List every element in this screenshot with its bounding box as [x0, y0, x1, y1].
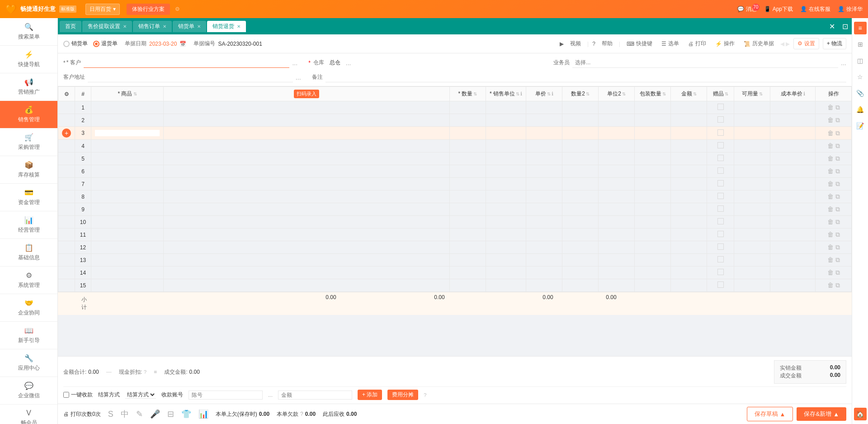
copy-row-icon[interactable]: ⧉ [835, 243, 840, 251]
gift-checkbox[interactable] [717, 180, 724, 186]
th-qty2[interactable]: 数量2 ⇅ [562, 87, 599, 101]
sidebar-item-quick[interactable]: ⚡ 快捷导航 [0, 46, 57, 73]
copy-row-icon[interactable]: ⧉ [835, 129, 840, 137]
tab-price-settings[interactable]: 售价提取设置 ✕ [82, 21, 132, 32]
gift-checkbox[interactable] [717, 193, 724, 199]
copy-row-icon[interactable]: ⧉ [835, 256, 840, 264]
delete-row-icon[interactable]: 🗑 [827, 116, 834, 124]
history-btn[interactable]: 📜 历史单据 [741, 39, 777, 48]
row-gift-cell[interactable] [707, 241, 734, 254]
tab-sales-close[interactable]: ✕ [197, 24, 201, 29]
right-panel-home[interactable]: 🏠 [854, 408, 867, 420]
sidebar-item-finance[interactable]: 💳 资金管理 [0, 184, 57, 211]
maximize-tab[interactable]: ⊡ [840, 20, 850, 33]
staff-dots[interactable]: ... [841, 59, 846, 67]
user-button[interactable]: 👤 徐泽华 [838, 5, 863, 13]
help-btn[interactable]: 帮助 [599, 39, 615, 48]
one-click-checkbox-input[interactable] [63, 392, 69, 398]
address-input[interactable] [88, 72, 293, 82]
right-panel-notification[interactable]: 🔔 [854, 103, 867, 116]
save-draft-button[interactable]: 保存草稿 ▲ [747, 407, 793, 421]
th-cost[interactable]: 成本单价 ℹ [770, 87, 816, 101]
sidebar-item-guide[interactable]: 📖 新手引导 [0, 322, 57, 349]
th-price[interactable]: 单价 ⇅ ℹ [526, 87, 562, 101]
copy-row-icon[interactable]: ⧉ [835, 281, 840, 289]
amount-input[interactable] [278, 391, 352, 400]
th-unit2[interactable]: 单位2 ⇅ [599, 87, 635, 101]
tool-icon-7[interactable]: 📊 [198, 409, 208, 419]
delete-row-icon[interactable]: 🗑 [827, 256, 834, 264]
tab-price-close[interactable]: ✕ [123, 24, 127, 29]
tool-icon-6[interactable]: 👕 [181, 409, 191, 419]
online-service-button[interactable]: 👤 在线客服 [800, 5, 830, 13]
right-panel-split-view[interactable]: ◫ [854, 54, 867, 67]
calc-select[interactable]: 结算方式 [125, 391, 156, 399]
right-panel-list-view[interactable]: ≡ [854, 22, 867, 34]
delete-row-icon[interactable]: 🗑 [827, 104, 834, 111]
row-gift-cell[interactable] [707, 203, 734, 216]
row-product-cell[interactable] [91, 127, 164, 140]
copy-row-icon[interactable]: ⧉ [835, 155, 840, 162]
copy-row-icon[interactable]: ⧉ [835, 116, 840, 124]
tool-icon-1[interactable]: S [108, 410, 113, 419]
delete-row-icon[interactable]: 🗑 [827, 269, 834, 276]
delete-row-icon[interactable]: 🗑 [827, 281, 834, 289]
row-gift-cell[interactable] [707, 140, 734, 152]
select-btn[interactable]: ☰ 选单 [659, 39, 682, 48]
right-panel-grid-view[interactable]: ⊞ [854, 38, 867, 51]
video-btn[interactable]: 视频 [567, 39, 584, 48]
product-input[interactable] [95, 130, 160, 136]
copy-row-icon[interactable]: ⧉ [835, 205, 840, 213]
scan-button[interactable]: 扫码录入 [294, 90, 319, 98]
shortcut-btn[interactable]: ⌨ 快捷键 [624, 39, 655, 48]
sidebar-item-sales[interactable]: 💰 销售管理 [0, 101, 57, 129]
th-gift[interactable]: 赠品 ⇅ [707, 87, 734, 101]
trial-button[interactable]: 体验行业方案 [127, 4, 170, 15]
sidebar-item-system[interactable]: ⚙ 系统管理 [0, 267, 57, 294]
delete-row-icon[interactable]: 🗑 [827, 155, 834, 162]
th-product[interactable]: * 商品 ⇅ [91, 87, 164, 101]
sidebar-item-apps[interactable]: 🔧 应用中心 [0, 349, 57, 377]
copy-row-icon[interactable]: ⧉ [835, 193, 840, 200]
gift-checkbox[interactable] [717, 205, 724, 212]
tool-icon-4[interactable]: 🎤 [150, 409, 160, 419]
tab-sales-return-close[interactable]: ✕ [237, 24, 241, 29]
note-input[interactable] [326, 72, 846, 82]
address-dots[interactable]: ... [296, 74, 301, 81]
gift-checkbox[interactable] [717, 269, 724, 275]
settings-right-btn[interactable]: ⚙ 设置 [793, 38, 819, 49]
delete-row-icon[interactable]: 🗑 [827, 142, 834, 150]
tab-sales[interactable]: 销货单 ✕ [173, 21, 206, 32]
row-gift-cell[interactable] [707, 279, 734, 292]
sidebar-item-member[interactable]: V 畅会员 [0, 405, 57, 424]
industry-selector[interactable]: 日用百货 ▾ [85, 4, 120, 15]
expense-help-icon[interactable]: ? [424, 392, 426, 398]
sidebar-item-operation[interactable]: 📊 经营管理 [0, 211, 57, 239]
customer-dots[interactable]: ... [292, 59, 297, 67]
sidebar-item-inventory[interactable]: 📦 库存核算 [0, 156, 57, 184]
sidebar-item-search[interactable]: 🔍 搜索菜单 [0, 18, 57, 46]
settings-icon[interactable]: ⚙ [175, 6, 180, 12]
row-gift-cell[interactable] [707, 178, 734, 191]
delete-row-icon[interactable]: 🗑 [827, 180, 834, 188]
tab-sales-return[interactable]: 销货退货 ✕ [207, 21, 246, 32]
sidebar-item-basics[interactable]: 📋 基础信息 [0, 239, 57, 267]
gift-checkbox[interactable] [717, 167, 724, 174]
gift-checkbox[interactable] [717, 142, 724, 148]
copy-row-icon[interactable]: ⧉ [835, 180, 840, 188]
save-new-button[interactable]: 保存&新增 ▲ [797, 407, 846, 421]
copy-row-icon[interactable]: ⧉ [835, 269, 840, 276]
tool-icon-2[interactable]: 中 [121, 409, 129, 419]
gift-checkbox[interactable] [717, 155, 724, 161]
row-gift-cell[interactable] [707, 216, 734, 229]
tab-sales-order[interactable]: 销售订单 ✕ [133, 21, 172, 32]
debt-question[interactable]: ? [300, 411, 303, 417]
gift-checkbox[interactable] [717, 116, 724, 123]
dots-icon[interactable]: ... [268, 392, 273, 398]
one-click-payment-checkbox[interactable]: 一键收款 [63, 391, 93, 399]
operate-btn[interactable]: ⚡ 操作 [712, 39, 737, 48]
calendar-icon[interactable]: 📅 [179, 41, 186, 47]
add-row-button[interactable]: + [62, 129, 71, 138]
close-all-tabs[interactable]: ✕ [827, 20, 837, 33]
radio-sale[interactable]: 销货单 [63, 40, 88, 48]
